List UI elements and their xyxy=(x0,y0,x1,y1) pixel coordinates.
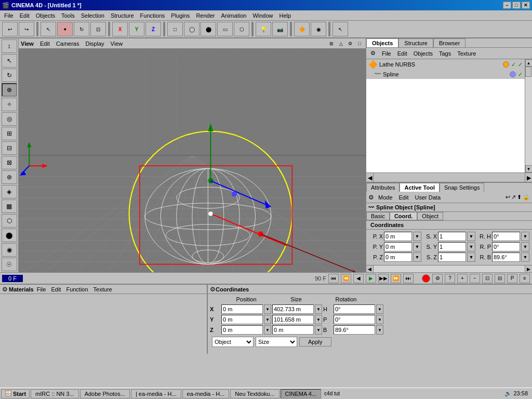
anim-next-frame[interactable]: ▶▶ xyxy=(378,274,389,283)
anim-next-key[interactable]: ⏩ xyxy=(391,274,401,283)
menu-functions[interactable]: Functions xyxy=(137,11,168,20)
anim-misc4[interactable]: ≡ xyxy=(520,274,530,283)
y-axis[interactable]: Y xyxy=(129,22,144,36)
x-position-input[interactable] xyxy=(221,304,263,314)
input-rb[interactable] xyxy=(492,252,520,262)
plane-tool[interactable]: ▭ xyxy=(217,22,233,36)
vp-expand-button[interactable]: ⊞ xyxy=(327,39,336,48)
input-px[interactable] xyxy=(384,232,412,241)
left-tool-14[interactable]: ⬤ xyxy=(2,229,17,242)
anim-misc2[interactable]: ⊟ xyxy=(495,274,505,283)
pz-arrow[interactable]: ▼ xyxy=(413,252,421,262)
obj-item-lathe[interactable]: 🔶 Lathe NURBS ✓ ✓ xyxy=(366,59,525,70)
rp-arrow[interactable]: ▼ xyxy=(521,242,529,251)
anim-prev-frame[interactable]: ◀ xyxy=(353,274,364,283)
start-button[interactable]: 🪟 Start xyxy=(1,389,30,398)
coord-size-mode-select[interactable]: Size xyxy=(256,337,297,347)
attr-up[interactable]: ⬆ xyxy=(517,194,522,201)
left-scale-tool[interactable]: ⊕ xyxy=(2,83,17,97)
vp-menu-cameras[interactable]: Cameras xyxy=(53,40,83,47)
anim-misc3[interactable]: P xyxy=(507,274,517,283)
z-rot-arrow[interactable]: ▼ xyxy=(376,325,383,335)
taskbar-item-mirc[interactable]: mIRC :: NN 3... xyxy=(31,389,79,398)
minimize-button[interactable]: − xyxy=(503,2,511,9)
tab-structure[interactable]: Structure xyxy=(398,38,433,47)
input-pz[interactable] xyxy=(384,252,412,262)
attr-mode[interactable]: Mode xyxy=(376,194,395,201)
menu-window[interactable]: Window xyxy=(249,11,276,20)
redo-button[interactable]: ↪ xyxy=(19,22,34,36)
y-rot-arrow[interactable]: ▼ xyxy=(376,315,383,324)
input-rp[interactable] xyxy=(492,242,520,251)
tab-snap-settings[interactable]: Snap Settings xyxy=(440,183,485,192)
anim-skip-end[interactable]: ⏭ xyxy=(403,274,414,283)
anim-key-add[interactable]: + xyxy=(457,274,468,283)
taskbar-item-textdoc[interactable]: Neu Textdoku... xyxy=(230,389,279,398)
left-tool-10[interactable]: ⊛ xyxy=(2,170,17,184)
sphere-tool[interactable]: ◯ xyxy=(184,22,200,36)
cylinder-tool[interactable]: ⬤ xyxy=(201,22,216,36)
scroll-up-arrow[interactable]: ▲ xyxy=(525,59,533,66)
anim-info[interactable]: ? xyxy=(445,274,455,283)
rotate-tool[interactable]: ↻ xyxy=(74,22,89,36)
left-tool-13[interactable]: ⬡ xyxy=(2,214,17,228)
tab-attributes[interactable]: Attributes xyxy=(366,183,400,192)
left-tool-7[interactable]: ⊞ xyxy=(2,127,17,140)
taskbar-item-cinema[interactable]: CINEMA 4... xyxy=(281,389,322,398)
taskbar-item-eamedia2[interactable]: ea-media - H... xyxy=(182,389,230,398)
input-rh[interactable] xyxy=(492,232,520,241)
z-rotation-input[interactable] xyxy=(334,325,375,335)
anim-skip-start[interactable]: ⏮ xyxy=(328,274,339,283)
menu-file[interactable]: File xyxy=(1,11,17,20)
sx-arrow[interactable]: ▼ xyxy=(467,232,475,241)
taskbar-item-eamedia1[interactable]: | ea-media - H... xyxy=(131,389,181,398)
attr-redo[interactable]: ↗ xyxy=(511,194,516,201)
panel-left-arrow[interactable]: ◀ xyxy=(366,173,374,182)
mat-function[interactable]: Function xyxy=(64,286,90,292)
left-tool-11[interactable]: ◈ xyxy=(2,185,17,198)
anim-play[interactable]: ▶ xyxy=(366,274,376,283)
render-tool[interactable]: 🔶 xyxy=(294,22,310,36)
vp-menu-view[interactable]: View xyxy=(108,40,126,47)
tab-browser[interactable]: Browser xyxy=(433,38,466,47)
mat-texture[interactable]: Texture xyxy=(91,286,114,292)
x-pos-arrow[interactable]: ▼ xyxy=(264,304,271,314)
y-position-input[interactable] xyxy=(221,315,263,324)
menu-render[interactable]: Render xyxy=(193,11,218,20)
menu-tools[interactable]: Tools xyxy=(58,11,78,20)
panel-right-arrow[interactable]: ▶ xyxy=(525,173,532,182)
obj-texture[interactable]: Texture xyxy=(455,50,478,57)
menu-selection[interactable]: Selection xyxy=(78,11,108,20)
input-sy[interactable] xyxy=(438,242,466,251)
anim-key-remove[interactable]: − xyxy=(470,274,480,283)
subtab-coord[interactable]: Coord. xyxy=(390,212,417,220)
left-tool-6[interactable]: ◎ xyxy=(2,112,17,126)
mat-edit[interactable]: Edit xyxy=(49,286,63,292)
menu-help[interactable]: Help xyxy=(276,11,295,20)
menu-objects[interactable]: Objects xyxy=(33,11,58,20)
y-size-input[interactable] xyxy=(272,315,314,324)
menu-structure[interactable]: Structure xyxy=(108,11,137,20)
left-tool-12[interactable]: ▦ xyxy=(2,200,17,213)
z-size-input[interactable] xyxy=(272,325,314,335)
z-position-input[interactable] xyxy=(221,325,263,335)
rp-scroll-right[interactable]: ▶ xyxy=(525,265,532,273)
taskbar-item-photoshop[interactable]: Adobe Photos... xyxy=(80,389,130,398)
z-axis[interactable]: Z xyxy=(145,22,161,36)
px-arrow[interactable]: ▼ xyxy=(413,232,421,241)
sz-arrow[interactable]: ▼ xyxy=(467,252,475,262)
menu-plugins[interactable]: Plugins xyxy=(168,11,193,20)
scroll-thumb[interactable] xyxy=(525,66,531,77)
py-arrow[interactable]: ▼ xyxy=(413,242,421,251)
y-size-arrow[interactable]: ▼ xyxy=(315,315,322,324)
rh-arrow[interactable]: ▼ xyxy=(521,232,529,241)
obj-objects[interactable]: Objects xyxy=(411,50,435,57)
x-rot-arrow[interactable]: ▼ xyxy=(376,304,383,314)
cursor-mode[interactable]: ↖ xyxy=(332,22,348,36)
left-rotate-tool[interactable]: ↻ xyxy=(2,69,17,82)
input-sx[interactable] xyxy=(438,232,466,241)
attr-user-data[interactable]: User Data xyxy=(413,194,443,201)
left-select-tool[interactable]: ↖ xyxy=(2,54,17,68)
x-size-input[interactable] xyxy=(272,304,314,314)
coord-mode-select[interactable]: Object Size xyxy=(212,337,254,347)
